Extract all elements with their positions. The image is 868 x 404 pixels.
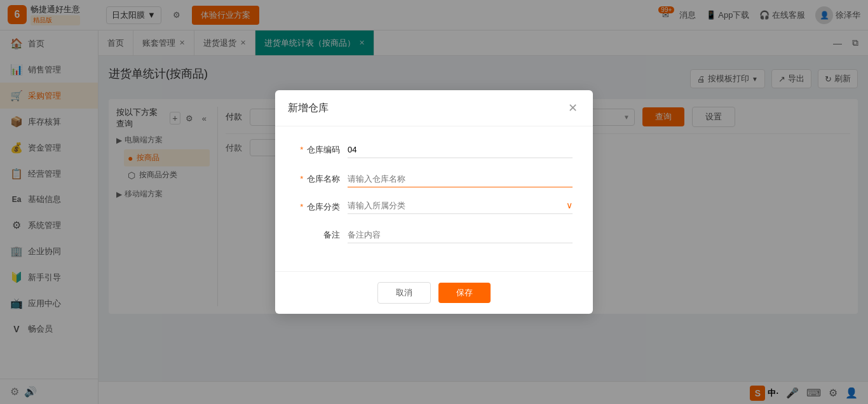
- warehouse-code-input[interactable]: [348, 142, 573, 158]
- save-button[interactable]: 保存: [438, 283, 491, 303]
- category-select-wrap: ∨: [348, 200, 573, 214]
- form-row-code: * 仓库编码: [295, 142, 573, 158]
- modal-title: 新增仓库: [288, 102, 329, 115]
- modal-close-button[interactable]: ✕: [565, 100, 580, 116]
- note-label: 备注: [295, 229, 340, 241]
- note-input[interactable]: [348, 227, 573, 243]
- cancel-button[interactable]: 取消: [377, 282, 431, 304]
- modal-footer: 取消 保存: [275, 271, 593, 314]
- name-label: * 仓库名称: [295, 173, 340, 185]
- add-warehouse-modal: 新增仓库 ✕ * 仓库编码 * 仓库名称 * 仓库分: [275, 90, 593, 314]
- category-chevron-icon[interactable]: ∨: [566, 200, 573, 210]
- modal-header: 新增仓库 ✕: [275, 90, 593, 126]
- required-star-category: *: [300, 202, 303, 212]
- code-label: * 仓库编码: [295, 144, 340, 156]
- required-star-name: *: [300, 174, 303, 184]
- category-label: * 仓库分类: [295, 201, 340, 213]
- form-row-note: 备注: [295, 227, 573, 243]
- category-input[interactable]: [348, 201, 566, 210]
- warehouse-name-input[interactable]: [348, 171, 573, 187]
- modal-body: * 仓库编码 * 仓库名称 * 仓库分类 ∨: [275, 126, 593, 271]
- modal-overlay: 新增仓库 ✕ * 仓库编码 * 仓库名称 * 仓库分: [0, 0, 868, 404]
- form-row-name: * 仓库名称: [295, 171, 573, 187]
- form-row-category: * 仓库分类 ∨: [295, 200, 573, 214]
- required-star-code: *: [300, 145, 303, 154]
